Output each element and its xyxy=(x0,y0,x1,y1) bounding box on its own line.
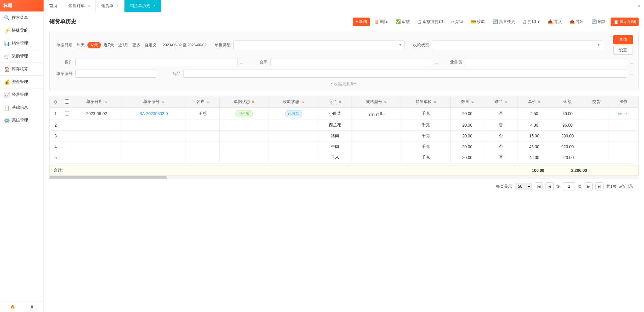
sidebar-item-operations[interactable]: 📈 经营管理 xyxy=(0,88,44,101)
col-gift[interactable]: 赠品 ⇅ xyxy=(484,96,517,108)
print-button[interactable]: 🖨 打印 ▼ xyxy=(520,18,543,26)
warehouse-input[interactable] xyxy=(270,58,432,66)
select-all-checkbox[interactable] xyxy=(65,99,69,104)
col-customer[interactable]: 客户 ⇅ xyxy=(186,96,219,108)
show-detail-button[interactable]: 📋 显示明细 xyxy=(611,18,639,26)
sort-icon: ⇅ xyxy=(161,100,164,104)
row-check[interactable] xyxy=(62,120,72,131)
fire-icon[interactable]: 🔥 xyxy=(10,305,15,309)
row-check[interactable] xyxy=(62,108,72,120)
sidebar-item-sales-mgmt[interactable]: 📊 销售管理 xyxy=(0,37,44,50)
customer-input[interactable] xyxy=(75,58,237,66)
doc-no-input[interactable] xyxy=(75,70,156,78)
col-spec[interactable]: 规格型号 ⇅ xyxy=(352,96,401,108)
col-doc-date[interactable]: 单据日期 ⇅ xyxy=(72,96,121,108)
pause-icon[interactable]: ⏸ xyxy=(30,305,34,309)
new-button[interactable]: + 新增 xyxy=(353,18,370,26)
row-amount: 300.00 xyxy=(551,131,584,141)
row-trade xyxy=(584,141,609,152)
doc-no-link[interactable]: SA-20230602-0 xyxy=(139,111,168,116)
sidebar-item-basic-info[interactable]: 📋 基础信息 xyxy=(0,101,44,114)
doc-type-select[interactable]: ▼ xyxy=(233,41,405,49)
horizontal-scrollbar[interactable] xyxy=(49,176,639,179)
customer-more-icon[interactable]: ... xyxy=(240,60,243,64)
approve-print-button[interactable]: 🖨 审核并打印 xyxy=(415,18,446,26)
import-button[interactable]: 📥 导入 xyxy=(545,18,565,26)
business-more-icon[interactable]: ... xyxy=(630,60,633,64)
tab-sales-history[interactable]: 销货单历史 × xyxy=(124,0,161,12)
window-close-button[interactable]: × xyxy=(638,3,644,9)
date-more[interactable]: 更多 xyxy=(131,42,142,48)
warehouse-more-icon[interactable]: ... xyxy=(435,60,438,64)
row-qty: 20.00 xyxy=(451,152,484,163)
delete-label: 删除 xyxy=(380,19,388,25)
prev-page-button[interactable]: ◀ xyxy=(545,182,554,190)
print-dropdown-icon: ▼ xyxy=(537,20,540,24)
goods-input[interactable] xyxy=(183,70,627,78)
tab-home-label: 首页 xyxy=(49,3,57,9)
page-input[interactable] xyxy=(563,182,575,190)
sidebar-item-purchase-mgmt[interactable]: 🛒 采购管理 xyxy=(0,50,44,63)
row-check[interactable] xyxy=(62,152,72,163)
collapse-button[interactable]: ∧ 收起更多条件 xyxy=(55,81,633,87)
first-page-button[interactable]: |◀ xyxy=(535,182,543,190)
date-yesterday[interactable]: 昨天 xyxy=(75,42,86,48)
tab-sales-order[interactable]: 销售订单 × xyxy=(63,0,96,12)
filter-warehouse: 合库 ... xyxy=(250,58,438,66)
row-check[interactable] xyxy=(62,141,72,152)
last-page-button[interactable]: ▶| xyxy=(595,182,604,190)
goods-more-icon[interactable]: ... xyxy=(630,72,633,76)
refresh-button[interactable]: 🔄 刷新 xyxy=(589,18,609,26)
sidebar-item-system-mgmt[interactable]: ⚙️ 系统管理 xyxy=(0,114,44,127)
next-page-button[interactable]: ▶ xyxy=(585,182,593,190)
settings-button[interactable]: 设置 xyxy=(613,46,633,55)
col-doc-no[interactable]: 单据编号 ⇅ xyxy=(121,96,186,108)
row-num: 5 xyxy=(50,152,62,163)
batch-change-button[interactable]: 🔄 批量变更 xyxy=(490,18,518,26)
scrollbar-thumb[interactable] xyxy=(49,176,167,179)
col-doc-status[interactable]: 单据状态 ⇅ xyxy=(219,96,269,108)
close-icon[interactable]: × xyxy=(153,4,156,8)
col-qty[interactable]: 数量 ⇅ xyxy=(451,96,484,108)
sidebar-item-quick-nav[interactable]: ⚡ 快捷导航 xyxy=(0,24,44,37)
col-gear[interactable]: ⚙ xyxy=(50,96,62,108)
row-checkbox[interactable] xyxy=(65,111,69,115)
delete-button[interactable]: 🗑 删除 xyxy=(372,18,391,26)
row-check[interactable] xyxy=(62,131,72,141)
business-input[interactable] xyxy=(465,58,627,66)
pay-status-badge: 已收款 xyxy=(285,110,302,117)
payment-status-select[interactable]: ▼ xyxy=(432,41,603,49)
close-icon[interactable]: × xyxy=(88,4,90,8)
date-7days[interactable]: 近7天 xyxy=(102,42,115,48)
close-icon[interactable]: × xyxy=(117,4,119,8)
sidebar-item-search-menu[interactable]: 🔍 搜索菜单 xyxy=(0,11,44,24)
tab-sales-goods[interactable]: 销货单 × xyxy=(96,0,124,12)
row-doc-no: SA-20230602-0 xyxy=(121,108,186,120)
col-goods[interactable]: 商品 ⇅ xyxy=(318,96,352,108)
edit-icon[interactable]: ✏ xyxy=(618,111,622,116)
abandon-button[interactable]: ↩ 弃审 xyxy=(448,18,466,26)
export-label: 导出 xyxy=(576,19,584,25)
col-pay-status[interactable]: 收款状态 ⇅ xyxy=(269,96,318,108)
col-unit[interactable]: 销售单位 ⇅ xyxy=(401,96,451,108)
approve-button[interactable]: ✅ 审核 xyxy=(393,18,413,26)
collect-button[interactable]: 💳 收款 xyxy=(468,18,488,26)
per-page-select[interactable]: 50 100 200 xyxy=(515,183,532,190)
sort-icon: ⇅ xyxy=(104,100,107,104)
query-button[interactable]: 查询 xyxy=(613,35,633,44)
filter-goods: 商品 ... xyxy=(163,70,633,78)
col-unit-price[interactable]: 单价 ⇅ xyxy=(517,96,551,108)
row-customer xyxy=(186,120,219,131)
date-custom[interactable]: 自定义 xyxy=(143,42,158,48)
row-unit-price: 15.00 xyxy=(517,131,551,141)
export-button[interactable]: 📤 导出 xyxy=(567,18,587,26)
tab-home[interactable]: 首页 xyxy=(44,0,63,12)
gear-icon[interactable]: ⚙ xyxy=(53,99,58,105)
sidebar-item-finance[interactable]: 💰 资金管理 xyxy=(0,76,44,88)
row-num: 1 xyxy=(50,108,62,120)
row-num: 4 xyxy=(50,141,62,152)
more-icon[interactable]: ⋯ xyxy=(624,111,629,116)
date-today[interactable]: 今天 xyxy=(87,42,101,48)
date-1month[interactable]: 近1月 xyxy=(117,42,130,48)
sidebar-item-inventory[interactable]: 🏠 库存核算 xyxy=(0,63,44,76)
